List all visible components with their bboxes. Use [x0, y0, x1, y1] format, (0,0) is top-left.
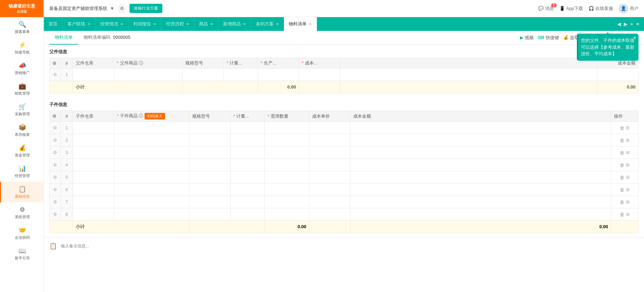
- child-row5-product[interactable]: [114, 171, 189, 184]
- child-row1-product[interactable]: [114, 122, 189, 134]
- parent-product-input[interactable]: [114, 69, 182, 81]
- settings-button[interactable]: ⚙: [117, 4, 127, 13]
- child-unit-input-4[interactable]: [231, 159, 264, 171]
- child-unit-input-5[interactable]: [231, 171, 264, 183]
- child-spec-input-5[interactable]: [189, 171, 230, 183]
- child-row2-product[interactable]: [114, 134, 189, 147]
- child-qty-input-7[interactable]: [265, 196, 309, 208]
- child-product-input-7[interactable]: [114, 196, 189, 208]
- child-price-input-7[interactable]: [309, 196, 350, 208]
- child-spec-input-2[interactable]: [189, 134, 230, 146]
- tab-bom[interactable]: 物料清单 ✕: [284, 17, 317, 31]
- sidebar-item-operations[interactable]: 📊 经营管理: [0, 161, 44, 182]
- sidebar-item-guide[interactable]: 📖 新手引导: [0, 244, 44, 264]
- parent-row1-unit[interactable]: [224, 69, 258, 81]
- child-qty-input-3[interactable]: [265, 147, 309, 159]
- child-row7-spec[interactable]: [189, 196, 231, 208]
- child-row2-price[interactable]: [309, 134, 350, 147]
- child-row2-spec[interactable]: [189, 134, 231, 147]
- remark-input[interactable]: [61, 244, 639, 248]
- nav-close-all-btn[interactable]: ✕: [634, 20, 641, 28]
- sidebar-item-cooperation[interactable]: 🤝 企业协同: [0, 223, 44, 244]
- child-qty-input-2[interactable]: [265, 134, 309, 146]
- child-warehouse-input-8[interactable]: [73, 208, 114, 220]
- child-row1-spec[interactable]: [189, 122, 231, 134]
- parent-unit-input[interactable]: [224, 69, 258, 81]
- child-row4-warehouse[interactable]: [73, 159, 114, 171]
- child-spec-input-3[interactable]: [189, 147, 230, 159]
- child-qty-input-8[interactable]: [265, 208, 309, 220]
- parent-row1-amount[interactable]: [597, 69, 639, 81]
- delete-icon-5[interactable]: 🗑: [620, 175, 624, 180]
- child-row4-spec[interactable]: [189, 159, 231, 171]
- copy-icon-6[interactable]: ⊞: [626, 187, 630, 192]
- child-price-input-1[interactable]: [309, 122, 350, 134]
- child-row3-warehouse[interactable]: [73, 147, 114, 159]
- child-price-input-6[interactable]: [309, 184, 350, 196]
- sidebar-item-quicknav[interactable]: ⚡ 快捷导航: [0, 38, 44, 58]
- delete-icon-1[interactable]: 🗑: [620, 125, 624, 131]
- child-product-input-5[interactable]: [114, 171, 189, 183]
- child-warehouse-input-3[interactable]: [73, 147, 114, 159]
- child-row1-warehouse[interactable]: [73, 122, 114, 134]
- child-row8-qty[interactable]: [265, 208, 309, 221]
- child-product-input-6[interactable]: [114, 184, 189, 196]
- parent-warehouse-input[interactable]: [73, 69, 114, 81]
- scan-button[interactable]: 扫码录入: [145, 113, 165, 119]
- child-amount-input-7[interactable]: [350, 196, 611, 208]
- child-row5-warehouse[interactable]: [73, 171, 114, 184]
- message-button[interactable]: 💬 消息 6: [538, 5, 554, 12]
- online-service-button[interactable]: 🎧 在线客服: [589, 5, 613, 12]
- child-warehouse-input-5[interactable]: [73, 171, 114, 183]
- sidebar-item-basic-info[interactable]: 📋 基础信息: [0, 182, 44, 202]
- child-row4-product[interactable]: [114, 159, 189, 171]
- child-row4-unit[interactable]: [231, 159, 265, 171]
- child-price-input-4[interactable]: [309, 159, 350, 171]
- tab-new-goods[interactable]: 新增商品 ✕: [218, 17, 251, 31]
- sidebar-item-purchase[interactable]: 🛒 采购管理: [0, 100, 44, 120]
- child-amount-input-3[interactable]: [350, 147, 611, 159]
- child-row3-unit[interactable]: [231, 147, 265, 159]
- child-row3-amount[interactable]: [350, 147, 611, 159]
- copy-icon-5[interactable]: ⊞: [626, 175, 630, 180]
- child-amount-input-2[interactable]: [350, 134, 611, 146]
- parent-produce-input[interactable]: [258, 69, 299, 81]
- copy-icon-1[interactable]: ⊞: [626, 125, 630, 130]
- nav-prev-btn[interactable]: ◀: [616, 20, 622, 28]
- child-row8-spec[interactable]: [189, 208, 231, 221]
- parent-row1-warehouse[interactable]: [73, 69, 114, 81]
- user-button[interactable]: 👤 用户: [619, 4, 639, 13]
- tab-customer-close[interactable]: ✕: [87, 22, 90, 26]
- child-warehouse-input-1[interactable]: [73, 122, 114, 134]
- child-row3-qty[interactable]: [265, 147, 309, 159]
- child-amount-input-1[interactable]: [350, 122, 611, 134]
- sidebar-item-search[interactable]: 🔍 搜索菜单: [0, 17, 44, 38]
- child-row7-warehouse[interactable]: [73, 196, 114, 208]
- tab-operations[interactable]: 经营情况 ✕: [96, 17, 128, 31]
- child-row5-qty[interactable]: [265, 171, 309, 184]
- child-row5-unit[interactable]: [231, 171, 265, 184]
- child-row2-qty[interactable]: [265, 134, 309, 147]
- copy-icon-2[interactable]: ⊞: [626, 138, 630, 143]
- child-product-input-1[interactable]: [114, 122, 189, 134]
- tab-history[interactable]: 经营历程 ✕: [161, 17, 194, 31]
- copy-icon-3[interactable]: ⊞: [626, 150, 630, 155]
- child-unit-input-7[interactable]: [231, 196, 264, 208]
- nav-menu-btn[interactable]: ≡: [629, 20, 634, 28]
- child-product-input-8[interactable]: [114, 208, 189, 220]
- sidebar-item-inventory[interactable]: 📦 库存核算: [0, 120, 44, 141]
- child-row5-amount[interactable]: [350, 171, 611, 184]
- sidebar-item-system[interactable]: ⚙ 系统管理: [0, 202, 44, 223]
- child-row6-price[interactable]: [309, 184, 350, 196]
- child-row2-amount[interactable]: [350, 134, 611, 147]
- tab-customer[interactable]: 客户联络 ✕: [63, 17, 96, 31]
- child-row8-product[interactable]: [114, 208, 189, 221]
- child-warehouse-input-2[interactable]: [73, 134, 114, 146]
- tab-barcode[interactable]: 条码方案 ✕: [251, 17, 284, 31]
- child-amount-input-8[interactable]: [350, 208, 611, 220]
- copy-icon-7[interactable]: ⊞: [626, 199, 630, 205]
- shortcut-button[interactable]: ⌨ 快捷键: [538, 35, 559, 41]
- child-unit-input-3[interactable]: [231, 147, 264, 159]
- parent-cost-input[interactable]: [299, 69, 340, 81]
- tab-new-goods-close[interactable]: ✕: [243, 22, 246, 26]
